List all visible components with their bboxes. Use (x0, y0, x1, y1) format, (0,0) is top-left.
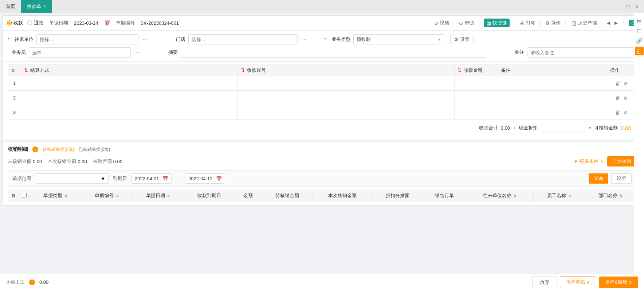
sidebar-icon-4[interactable]: ◱ (635, 47, 644, 55)
video-btn[interactable]: ⊙ 视频 (434, 20, 449, 26)
row-1-copy-icon[interactable]: ⊕ (624, 81, 628, 86)
row-num-2: 2 (8, 91, 21, 105)
row-3-delete-icon[interactable]: 🗑 (615, 110, 620, 115)
counterpart-more-btn[interactable]: ··· (143, 36, 148, 42)
refund-label: 退款 (34, 20, 43, 26)
summary-input[interactable] (181, 47, 486, 58)
shortcut-label: 快捷键 (492, 20, 507, 26)
tab-active[interactable]: 收款单 × (21, 0, 52, 13)
refund-radio[interactable]: 退款 (27, 20, 43, 26)
plus-sign: + (513, 125, 516, 131)
unverified-value: 0.00 (33, 159, 42, 164)
date-to-input[interactable]: 2022-04-12 📅 (185, 173, 225, 184)
range-select[interactable]: ▼ (36, 173, 109, 184)
operation-label: 操作 (551, 20, 561, 26)
shortcut-btn[interactable]: ▦ 快捷键 (484, 19, 510, 27)
sidebar-icon-2[interactable]: ◫ (635, 26, 644, 35)
more-conditions-btn[interactable]: ▼ 更多条件 ∧ (573, 158, 604, 165)
bottom-label: 本单上次 (6, 279, 25, 286)
save-new-btn[interactable]: 保存&新增 ∧ (599, 277, 638, 288)
row-1-delete-icon[interactable]: 🗑 (615, 81, 620, 86)
maximize-button[interactable]: □ (625, 4, 631, 9)
range-label: 单据范围 (12, 175, 31, 182)
row-1-remark[interactable] (498, 76, 607, 91)
refund-radio-dot (27, 20, 32, 26)
video-icon: ⊙ (434, 20, 438, 26)
done-tab[interactable]: 已核销单据(0笔) (79, 146, 110, 153)
verify-gear-icon[interactable]: ⚙ (11, 193, 16, 199)
row-1-ops: 🗑 ⊕ (607, 76, 636, 91)
row-2-delete-icon[interactable]: 🗑 (615, 95, 620, 101)
staff-more-btn[interactable]: ··· (135, 50, 140, 55)
memo-input[interactable] (527, 47, 636, 58)
sidebar-icon-1[interactable]: ▤ (635, 16, 644, 25)
doc-no-label: 单据编号 (116, 20, 135, 26)
sort-counterpart-icon: ⇅ (514, 194, 517, 198)
biz-setting-btn[interactable]: ⚙ 设置 (450, 35, 474, 44)
biz-type-select[interactable]: 预收款 ▼ (353, 34, 444, 44)
save-draft-btn[interactable]: 保存草稿 ∧ (560, 277, 596, 288)
print-btn[interactable]: 🖨 打印 (520, 20, 535, 26)
store-more-btn[interactable]: ··· (302, 36, 307, 42)
row-2-amount[interactable] (455, 91, 498, 105)
filter-icon: ▼ (573, 159, 578, 164)
auto-verify-btn[interactable]: 自动核销 (607, 156, 636, 166)
available-value: 0.00 (621, 125, 631, 131)
filter-settings-btn[interactable]: 设置 (611, 173, 632, 184)
table-footer: 收款合计 0.00 + 现金折扣: = 可核销金额 0.00 (8, 120, 636, 136)
row-3-copy-icon[interactable]: ⊕ (624, 110, 628, 115)
tab-close-icon[interactable]: × (43, 4, 46, 9)
help-btn[interactable]: ⊙ 帮助 (459, 20, 474, 26)
prev-btn[interactable]: ◀ (607, 20, 610, 26)
date-from-input[interactable]: 2022-04-01 📅 (131, 173, 172, 184)
next-btn[interactable]: ▶ (614, 20, 618, 26)
biz-type-label: 业务类型 (330, 36, 350, 43)
sidebar-icon-3[interactable]: 🔗 (635, 36, 644, 45)
row-1-amount[interactable] (455, 76, 498, 91)
pending-tab[interactable]: 待核销单据(0笔) (43, 146, 74, 153)
discount-input[interactable] (542, 123, 585, 133)
diff-value: 0.00 (113, 159, 122, 164)
col-amount-label: 收款金额 (464, 67, 483, 73)
row-1-settlement[interactable] (21, 76, 238, 91)
unverified-label: 未核销金额 (8, 158, 31, 165)
table-gear-icon[interactable]: ⚙ (11, 68, 15, 73)
available-label: 可核销金额 (594, 125, 618, 131)
store-input[interactable] (188, 34, 298, 44)
history-label: 历史单据 (578, 20, 597, 26)
biz-type-chevron: ▼ (437, 38, 441, 42)
table-row: 3 🗑 ⊕ (8, 105, 636, 120)
operation-btn[interactable]: ⚙ 操作 (545, 20, 561, 26)
total-label: 收款合计 (479, 125, 498, 131)
doc-date-value: 2023-03-24 (74, 20, 98, 26)
help-icon: ⊙ (459, 20, 463, 26)
abandon-btn[interactable]: 放弃 (532, 277, 557, 288)
row-2-copy-icon[interactable]: ⊕ (624, 95, 628, 101)
doc-date-label: 单据日期 (49, 20, 68, 26)
row-2-remark[interactable] (498, 91, 607, 105)
date-to-value: 2022-04-12 (188, 176, 215, 181)
verify-info-icon[interactable]: i (32, 146, 38, 152)
close-button[interactable]: × (634, 4, 640, 9)
counterpart-input[interactable] (36, 34, 138, 44)
bottom-info-icon[interactable]: i (29, 279, 35, 285)
row-num-3: 3 (8, 105, 21, 120)
row-3-account[interactable] (238, 105, 455, 120)
row-3-remark[interactable] (498, 105, 607, 120)
date-range-separator: — (176, 176, 181, 181)
tab-home[interactable]: 首页 (0, 0, 21, 13)
row-2-settlement[interactable] (21, 91, 238, 105)
calendar-icon[interactable]: 📅 (104, 20, 110, 26)
minimize-button[interactable]: — (616, 4, 622, 9)
row-2-account[interactable] (238, 91, 455, 105)
receipt-radio[interactable]: 收款 (7, 20, 23, 26)
select-all-checkbox[interactable] (22, 193, 27, 197)
row-1-account[interactable] (238, 76, 455, 91)
staff-input[interactable] (29, 47, 131, 58)
row-3-settlement[interactable] (21, 105, 238, 120)
list-view-btn[interactable]: ≡ (622, 20, 625, 26)
history-btn[interactable]: 📋 历史单据 (571, 20, 597, 26)
query-btn[interactable]: 查询 (589, 173, 608, 184)
col-current-verify: 本次核销金额 (313, 190, 372, 201)
row-3-amount[interactable] (455, 105, 498, 120)
